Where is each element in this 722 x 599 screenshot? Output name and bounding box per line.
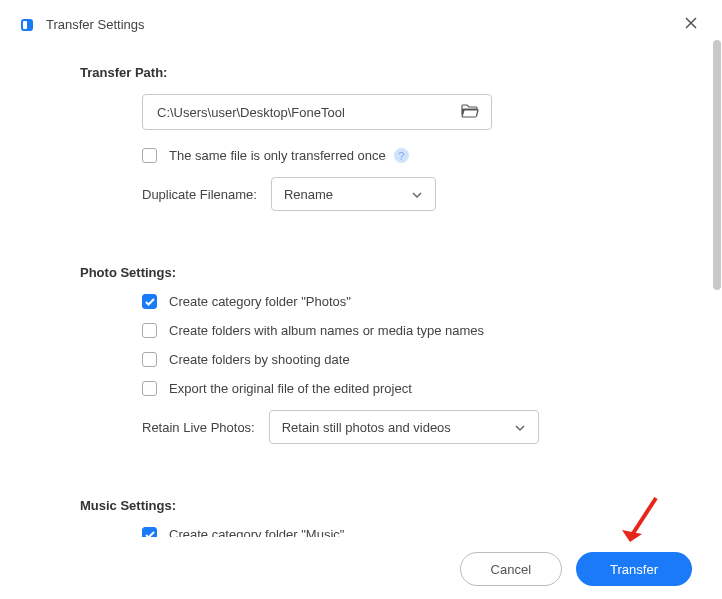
path-input-container[interactable] <box>142 94 492 130</box>
app-icon <box>18 16 36 34</box>
shooting-date-label: Create folders by shooting date <box>169 352 350 367</box>
duplicate-filename-value: Rename <box>284 187 333 202</box>
dialog-title: Transfer Settings <box>46 17 678 32</box>
path-input[interactable] <box>157 105 459 120</box>
help-icon[interactable]: ? <box>394 148 409 163</box>
dialog-header: Transfer Settings <box>0 0 722 47</box>
same-file-label: The same file is only transferred once <box>169 148 386 163</box>
transfer-path-section-label: Transfer Path: <box>80 65 642 80</box>
content-area: Transfer Path: The same file is only tra… <box>0 47 722 537</box>
retain-live-value: Retain still photos and videos <box>282 420 451 435</box>
photos-category-label: Create category folder "Photos" <box>169 294 351 309</box>
chevron-down-icon <box>514 420 526 435</box>
transfer-button[interactable]: Transfer <box>576 552 692 586</box>
album-folders-label: Create folders with album names or media… <box>169 323 484 338</box>
scrollbar-track[interactable] <box>713 40 721 535</box>
folder-icon <box>461 104 479 118</box>
same-file-checkbox[interactable] <box>142 148 157 163</box>
music-settings-section-label: Music Settings: <box>80 498 642 513</box>
scrollbar-thumb[interactable] <box>713 40 721 290</box>
duplicate-filename-label: Duplicate Filename: <box>142 187 257 202</box>
music-category-label: Create category folder "Music" <box>169 527 344 537</box>
close-button[interactable] <box>678 12 704 37</box>
export-original-checkbox[interactable] <box>142 381 157 396</box>
close-icon <box>684 16 698 30</box>
dialog-footer: Cancel Transfer <box>0 539 722 599</box>
photos-category-checkbox[interactable] <box>142 294 157 309</box>
export-original-label: Export the original file of the edited p… <box>169 381 412 396</box>
photo-settings-section-label: Photo Settings: <box>80 265 642 280</box>
retain-live-select[interactable]: Retain still photos and videos <box>269 410 539 444</box>
cancel-button[interactable]: Cancel <box>460 552 562 586</box>
chevron-down-icon <box>411 187 423 202</box>
retain-live-label: Retain Live Photos: <box>142 420 255 435</box>
album-folders-checkbox[interactable] <box>142 323 157 338</box>
shooting-date-checkbox[interactable] <box>142 352 157 367</box>
music-category-checkbox[interactable] <box>142 527 157 537</box>
svg-rect-1 <box>23 21 27 29</box>
duplicate-filename-select[interactable]: Rename <box>271 177 436 211</box>
browse-folder-button[interactable] <box>459 102 481 123</box>
